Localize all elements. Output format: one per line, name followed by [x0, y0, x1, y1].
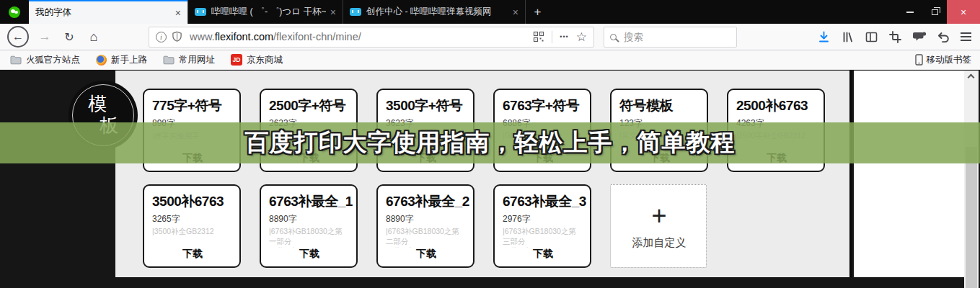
tab-title: 我的字体 — [35, 6, 171, 19]
page-viewport: 模 板 775字+符号898字|拼字实验用字下载2500字+符号2623字|现代… — [0, 71, 980, 288]
home-button[interactable]: ⌂ — [84, 30, 104, 45]
firefox-icon — [96, 55, 107, 66]
reload-button[interactable]: ↻ — [59, 30, 79, 44]
download-button[interactable]: 下载 — [503, 248, 583, 261]
card-glyph-count: 2976字 — [503, 213, 583, 225]
wechat-icon — [9, 6, 20, 18]
library-button[interactable] — [841, 30, 855, 44]
bookmark-label: 京东商城 — [247, 54, 283, 66]
mobile-bookmarks[interactable]: 移动版书签 — [915, 54, 972, 66]
search-input[interactable] — [622, 31, 716, 43]
back-button[interactable]: ← — [7, 26, 29, 48]
tab-title: 哔哩哔哩 ( ゜- ゜)つロ 干杯~-b — [211, 6, 326, 18]
close-icon: × — [961, 6, 966, 18]
site-info-icon[interactable] — [156, 32, 167, 42]
window-controls: × — [898, 0, 980, 24]
card-glyph-count: 3265字 — [152, 213, 233, 225]
card-description: |3500补全GB2312 — [152, 227, 233, 237]
download-button[interactable]: 下载 — [152, 248, 233, 261]
maximize-button[interactable] — [922, 0, 947, 24]
folder-icon — [163, 55, 175, 65]
wechat-pinned-button[interactable] — [0, 0, 29, 24]
search-bar[interactable] — [604, 27, 737, 48]
mobile-phone-icon — [915, 54, 923, 66]
card-title: 6763补最全_3 — [503, 192, 583, 211]
card-title: 6763补最全_1 — [269, 192, 350, 211]
tab-bar: 我的字体 × 哔哩哔哩 ( ゜- ゜)つロ 干杯~-b × 创作中心 - 哔哩哔… — [0, 0, 980, 24]
screenshot-button[interactable] — [888, 30, 902, 44]
divider — [552, 31, 552, 43]
chat-bubbles-icon[interactable] — [912, 30, 927, 43]
url-text: www.flexifont.com/flexifont-chn/mine/ — [190, 31, 533, 42]
font-template-card: 6763补最全_32976字|6763补GB18030之第三部分（共三部分）下载 — [493, 184, 591, 268]
bookmark-jd-mall[interactable]: JD 京东商城 — [231, 54, 283, 66]
bookmarks-toolbar: 火狐官方站点 新手上路 常用网址 JD 京东商城 移动版书签 — [0, 50, 980, 70]
font-template-card: 3500补67633265字|3500补全GB2312下载 — [143, 184, 241, 268]
undo-restore-icon[interactable] — [937, 31, 950, 43]
card-glyph-count: 8890字 — [386, 213, 467, 225]
tab-close-icon[interactable]: × — [330, 6, 336, 18]
restore-icon — [932, 9, 938, 15]
bookmark-folder-firefox-sites[interactable]: 火狐官方站点 — [10, 54, 80, 66]
template-card-row: 3500补67633265字|3500补全GB2312下载6763补最全_188… — [115, 184, 707, 268]
card-title: 3500补6763 — [152, 192, 233, 211]
card-title: 775字+符号 — [152, 96, 233, 115]
card-title: 6763字+符号 — [503, 96, 583, 115]
address-bar[interactable]: www.flexifont.com/flexifont-chn/mine/ ••… — [149, 27, 594, 48]
card-title: 2500补6763 — [736, 96, 817, 115]
tab-title: 创作中心 - 哔哩哔哩弹幕视频网 — [366, 6, 508, 18]
minimize-icon — [906, 12, 914, 13]
bilibili-icon — [350, 8, 361, 16]
card-description: |6763补GB18030之第二部分（共三部分） — [386, 227, 467, 248]
tab-close-icon[interactable]: × — [513, 6, 518, 18]
forward-button: → — [35, 30, 55, 44]
window-close-button[interactable]: × — [947, 0, 980, 24]
page-actions-icon[interactable]: ••• — [560, 33, 568, 40]
add-custom-label: 添加自定义 — [632, 236, 687, 250]
overlay-banner: 百度打印大字使用指南，轻松上手，简单教程 — [0, 122, 980, 163]
sidebar-toggle-button[interactable] — [865, 30, 878, 44]
bookmark-star-icon[interactable]: ☆ — [576, 31, 587, 43]
menu-button[interactable] — [961, 32, 971, 41]
tab-bilibili[interactable]: 哔哩哔哩 ( ゜- ゜)つロ 干杯~-b × — [187, 0, 343, 24]
card-title: 3500字+符号 — [386, 96, 467, 115]
card-description: |6763补GB18030之第一部分（共三部分） — [269, 227, 350, 248]
browser-window: 我的字体 × 哔哩哔哩 ( ゜- ゜)つロ 干杯~-b × 创作中心 - 哔哩哔… — [0, 0, 980, 288]
card-description: |6763补GB18030之第三部分（共三部分） — [503, 227, 583, 248]
downloads-button[interactable] — [817, 30, 831, 44]
plus-icon: + — [651, 203, 666, 229]
font-template-card: 6763补最全_28890字|6763补GB18030之第二部分（共三部分）下载 — [376, 184, 474, 268]
card-title: 6763补最全_2 — [386, 192, 467, 211]
banner-text: 百度打印大字使用指南，轻松上手，简单教程 — [245, 127, 736, 159]
download-button[interactable]: 下载 — [386, 248, 467, 261]
jd-icon: JD — [231, 54, 242, 66]
scrollbar-thumb[interactable] — [966, 147, 977, 288]
tracking-shield-icon[interactable] — [172, 31, 182, 42]
page-margin — [854, 71, 964, 277]
card-title: 2500字+符号 — [269, 96, 350, 115]
mobile-bookmarks-label: 移动版书签 — [927, 54, 972, 66]
tab-close-icon[interactable]: × — [175, 7, 181, 19]
qr-code-icon[interactable] — [533, 31, 544, 42]
logo-text-line1: 模 — [88, 94, 107, 115]
tab-creation-center[interactable]: 创作中心 - 哔哩哔哩弹幕视频网 × — [343, 0, 525, 24]
scroll-up-icon[interactable] — [968, 74, 975, 81]
page-scrollbar[interactable] — [964, 71, 979, 288]
card-glyph-count: 8890字 — [269, 213, 350, 225]
add-custom-card[interactable]: +添加自定义 — [610, 184, 707, 268]
bookmark-getting-started[interactable]: 新手上路 — [96, 54, 147, 66]
navigation-toolbar: ← → ↻ ⌂ www.flexifont.com/flexifont-chn/… — [0, 24, 980, 50]
bookmark-label: 火狐官方站点 — [26, 54, 80, 66]
folder-icon — [10, 55, 22, 65]
bookmark-folder-common-sites[interactable]: 常用网址 — [163, 54, 215, 66]
search-icon — [610, 34, 617, 40]
bookmark-label: 新手上路 — [111, 54, 147, 66]
download-button[interactable]: 下载 — [269, 248, 350, 261]
new-tab-button[interactable]: + — [525, 0, 549, 24]
card-title: 符号模板 — [619, 96, 700, 115]
minimize-button[interactable] — [898, 0, 922, 24]
tab-my-fonts[interactable]: 我的字体 × — [29, 0, 187, 24]
bookmark-label: 常用网址 — [179, 54, 215, 66]
font-template-card: 6763补最全_18890字|6763补GB18030之第一部分（共三部分）下载 — [260, 184, 358, 268]
bilibili-icon — [195, 8, 206, 16]
